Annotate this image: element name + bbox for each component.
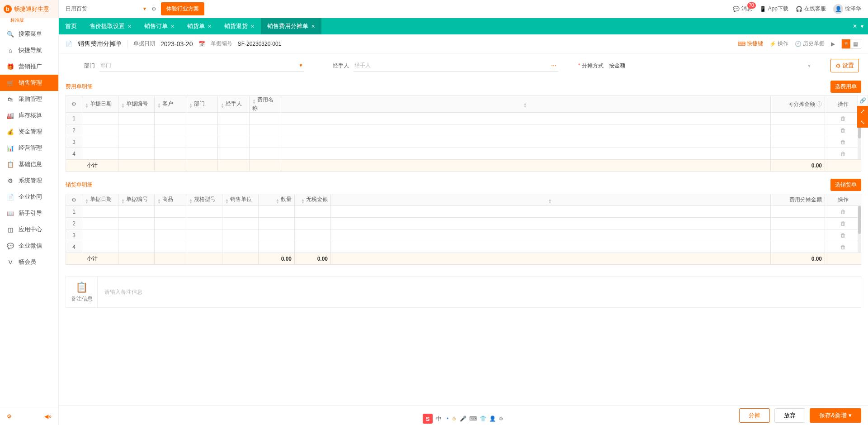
delete-icon[interactable]: 🗑 (840, 232, 846, 239)
tab[interactable]: 销售费用分摊单✕ (261, 18, 321, 34)
col-header[interactable]: ▲▼客户 (155, 96, 186, 113)
col-header[interactable]: 可分摊金额 ⓘ (771, 96, 825, 113)
ime-lang[interactable]: 中 (436, 415, 442, 423)
delete-icon[interactable]: 🗑 (840, 220, 846, 227)
col-header[interactable]: ▲▼费用名称 (250, 96, 281, 113)
sidebar-item-coin[interactable]: 💰资金管理 (0, 124, 58, 140)
delete-icon[interactable]: 🗑 (840, 244, 846, 250)
sidebar-item-gift[interactable]: 🎁营销推广 (0, 58, 58, 75)
tab[interactable]: 售价提取设置✕ (83, 18, 138, 34)
tab[interactable]: 销货退货✕ (218, 18, 261, 34)
try-industry-button[interactable]: 体验行业方案 (161, 2, 204, 15)
calendar-icon[interactable]: 📅 (198, 41, 205, 47)
sidebar-item-warehouse[interactable]: 🏭库存核算 (0, 107, 58, 124)
tab-dropdown-icon[interactable]: ▾ (861, 23, 863, 29)
app-download-link[interactable]: 📱 App下载 (760, 5, 788, 13)
pick-sales-button[interactable]: 选销货单 (830, 179, 861, 191)
attach-icon[interactable]: 🔗 (857, 95, 868, 106)
chevron-right-icon[interactable]: ▶ (831, 41, 835, 47)
pick-expense-button[interactable]: 选费用单 (830, 81, 861, 93)
table-row[interactable]: 3🗑 (66, 229, 861, 241)
discard-button[interactable]: 放弃 (774, 408, 805, 423)
settings-button[interactable]: ⚙ 设置 (830, 59, 859, 72)
close-icon[interactable]: ✕ (127, 24, 132, 29)
col-header[interactable]: ▲▼无税金额 (295, 194, 331, 206)
delete-icon[interactable]: 🗑 (840, 209, 846, 215)
ime-logo-icon[interactable]: S (423, 414, 433, 424)
sidebar-item-search[interactable]: 🔍搜索菜单 (0, 26, 58, 42)
gear-icon[interactable]: ⚙ (66, 96, 82, 113)
action-link[interactable]: ⚡操作 (769, 40, 788, 48)
expand2-icon[interactable]: ⤡ (857, 117, 868, 128)
ime-icons[interactable]: •☺🎤⌨👕👤⚙ (445, 415, 505, 422)
close-icon[interactable]: ✕ (208, 24, 212, 29)
close-icon[interactable]: ✕ (250, 24, 255, 29)
sidebar-item-chart[interactable]: 📊经营管理 (0, 140, 58, 156)
sidebar-item-vip[interactable]: V畅会员 (0, 254, 58, 270)
expand-icon[interactable]: ⤢ (857, 106, 868, 117)
tab[interactable]: 首页 (59, 18, 83, 34)
delete-icon[interactable]: 🗑 (840, 151, 846, 157)
category-settings-icon[interactable]: ⚙ (151, 6, 156, 12)
sidebar-item-doc[interactable]: 📄企业协同 (0, 189, 58, 205)
col-header[interactable]: ▲▼商品 (155, 194, 186, 206)
messages-link[interactable]: 💬 消息 70 (733, 5, 752, 13)
table-row[interactable]: 2🗑 (66, 218, 861, 229)
sidebar-item-label: 系统管理 (19, 177, 42, 185)
dept-select[interactable]: 部门 ▼ (99, 60, 304, 72)
view-list-button[interactable]: ≡ (842, 39, 850, 48)
support-link[interactable]: 🎧 在线客服 (796, 5, 826, 13)
sidebar-item-gear[interactable]: ⚙系统管理 (0, 172, 58, 189)
col-header[interactable]: ▲▼规格型号 (186, 194, 222, 206)
col-header[interactable]: ▲▼单据日期 (82, 96, 118, 113)
sidebar-item-book[interactable]: 📖新手引导 (0, 205, 58, 221)
close-icon[interactable]: ✕ (170, 24, 175, 29)
delete-icon[interactable]: 🗑 (840, 115, 846, 122)
sidebar-item-app[interactable]: ◫应用中心 (0, 221, 58, 238)
col-header[interactable]: 费用分摊金额 (771, 194, 825, 206)
delete-icon[interactable]: 🗑 (840, 139, 846, 145)
tab-close-all-icon[interactable]: ✕ (853, 23, 857, 29)
table-row[interactable]: 3🗑 (66, 136, 861, 148)
tab[interactable]: 销货单✕ (181, 18, 218, 34)
collapse-icon[interactable]: ◀» (44, 413, 52, 420)
table-row[interactable]: 4🗑 (66, 241, 861, 253)
user-menu[interactable]: 👤 徐泽华 (833, 4, 861, 14)
dept-label: 部门 (68, 62, 95, 70)
scrollbar[interactable] (858, 206, 861, 253)
col-header[interactable]: ▲▼数量 (259, 194, 295, 206)
remark-input[interactable]: 请输入备注信息 (98, 288, 861, 296)
col-header[interactable]: ▲▼单据编号 (118, 194, 155, 206)
sidebar-item-list[interactable]: 📋基础信息 (0, 156, 58, 172)
sidebar-item-home[interactable]: ⌂快捷导航 (0, 42, 58, 58)
history-link[interactable]: 🕘历史单据 (795, 40, 825, 48)
alloc-button[interactable]: 分摊 (739, 408, 770, 423)
table-row[interactable]: 1🗑 (66, 206, 861, 218)
col-header[interactable]: ▲▼销售单位 (222, 194, 259, 206)
col-header[interactable]: ▲▼单据日期 (82, 194, 118, 206)
sidebar-item-wechat[interactable]: 💬企业微信 (0, 238, 58, 254)
close-icon[interactable]: ✕ (311, 24, 315, 29)
col-header[interactable]: ▲▼经手人 (218, 96, 250, 113)
handler-select[interactable]: 经手人 ⋯ (354, 60, 558, 72)
table-row[interactable]: 4🗑 (66, 148, 861, 160)
sidebar-item-bag[interactable]: 🛍采购管理 (0, 91, 58, 107)
gear-icon[interactable]: ⚙ (7, 413, 12, 420)
table-row[interactable]: 2🗑 (66, 124, 861, 136)
sidebar-item-cart[interactable]: 🛒销售管理 (0, 75, 58, 91)
save-new-button[interactable]: 保存&新增▾ (810, 408, 861, 423)
alloc-select[interactable]: 按金额 ▼ (608, 60, 812, 72)
delete-icon[interactable]: 🗑 (840, 127, 846, 134)
col-header[interactable]: ▲▼单据编号 (118, 96, 155, 113)
shortcut-link[interactable]: ⌨快捷键 (738, 40, 763, 48)
date-value[interactable]: 2023-03-20 (160, 40, 193, 48)
tab[interactable]: 销售订单✕ (138, 18, 181, 34)
view-grid-button[interactable]: ▦ (850, 39, 861, 48)
table-row[interactable]: 1🗑 (66, 113, 861, 124)
category-select[interactable]: 日用百货 ▼ (66, 5, 147, 13)
col-header[interactable]: ▲▼部门 (186, 96, 218, 113)
gear-icon[interactable]: ⚙ (66, 194, 82, 206)
sidebar-bottom: ⚙ ◀» (0, 407, 58, 425)
sidebar-item-label: 企业微信 (19, 242, 42, 250)
sales-title: 销货单明细 (66, 181, 93, 189)
